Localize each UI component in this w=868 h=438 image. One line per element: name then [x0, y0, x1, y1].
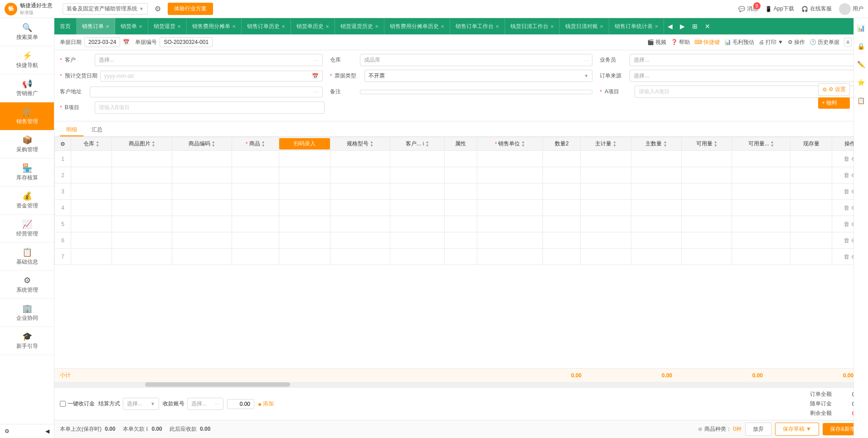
right-panel-chart-icon[interactable]: 📊 [855, 22, 868, 34]
row-customer-code[interactable] [390, 249, 445, 265]
tab-nav-close-all[interactable]: ✕ [701, 18, 714, 34]
tab-close-expense-history[interactable]: ✕ [441, 24, 444, 29]
tab-close-sales-invoice[interactable]: ✕ [139, 24, 142, 29]
row-code[interactable] [172, 183, 232, 200]
salesperson-input[interactable]: 选择... ··· [630, 54, 863, 66]
row-code[interactable] [172, 249, 232, 265]
row-main-qty[interactable] [631, 200, 681, 216]
tab-nav-next[interactable]: ▶ [676, 18, 689, 34]
row-delete-icon[interactable]: 🗑 [844, 204, 849, 211]
row-qty2[interactable] [543, 151, 581, 167]
tab-close-cash-workbench[interactable]: ✕ [550, 24, 554, 29]
tab-sales-invoice[interactable]: 销货单 ✕ [115, 18, 148, 34]
scroll-bar-area[interactable] [54, 382, 868, 387]
row-customer-code[interactable] [390, 232, 445, 249]
row-delete-icon[interactable]: 🗑 [844, 221, 849, 227]
sidebar-item-purchase[interactable]: 📦 采购管理 [0, 130, 54, 159]
tab-invoice-history[interactable]: 销货单历史 ✕ [291, 18, 335, 34]
user-menu[interactable]: 用户 [839, 3, 863, 15]
tab-sales-expense[interactable]: 销售费用分摊单 ✕ [187, 18, 242, 34]
discard-button[interactable]: 放弃 [745, 423, 771, 436]
row-delete-icon[interactable]: 🗑 [844, 188, 849, 195]
one-click-deposit-label[interactable]: 一键收订金 [60, 400, 95, 408]
row-warehouse[interactable] [71, 151, 112, 167]
sidebar-item-guide[interactable]: 🎓 新手引导 [0, 327, 54, 355]
settings-icon[interactable]: ⚙ [151, 3, 164, 15]
tab-detail[interactable]: 明细 [60, 124, 83, 136]
address-input[interactable]: ··· [90, 87, 323, 97]
row-qty2[interactable] [543, 200, 581, 216]
calendar-icon[interactable]: 📅 [123, 39, 130, 45]
tab-order-history[interactable]: 销售订单历史 ✕ [242, 18, 291, 34]
sidebar-item-inventory[interactable]: 🏪 库存核算 [0, 159, 54, 187]
row-spec[interactable] [330, 167, 390, 183]
delivery-input[interactable]: yyyy-mm-dd 📅 [100, 71, 323, 82]
tab-nav-more[interactable]: ⊞ [689, 18, 701, 34]
row-code[interactable] [172, 232, 232, 249]
row-qty2[interactable] [543, 249, 581, 265]
row-unit[interactable] [477, 216, 543, 232]
row-spec[interactable] [330, 200, 390, 216]
tab-close-sales-expense[interactable]: ✕ [232, 24, 236, 29]
row-unit[interactable] [477, 249, 543, 265]
tab-cash-workbench[interactable]: 钱货日清工作台 ✕ [505, 18, 560, 34]
tab-close-return-history[interactable]: ✕ [375, 24, 378, 29]
right-panel-clipboard-icon[interactable]: 📋 [855, 94, 868, 107]
row-warehouse[interactable] [71, 249, 112, 265]
info-icon[interactable]: ℹ [422, 141, 424, 147]
row-product[interactable] [232, 200, 279, 216]
row-customer-code[interactable] [390, 167, 445, 183]
row-main-qty[interactable] [631, 183, 681, 200]
sidebar-item-nav[interactable]: ⚡ 快捷导航 [0, 46, 54, 74]
tab-order-workbench[interactable]: 销售订单工作台 ✕ [450, 18, 505, 34]
row-product[interactable] [232, 232, 279, 249]
print-action[interactable]: 🖨 打印 ▼ [759, 39, 783, 46]
warehouse-input[interactable]: 成品库 ··· [360, 54, 593, 66]
row-customer-code[interactable] [390, 183, 445, 200]
row-customer-code[interactable] [390, 216, 445, 232]
tab-close-sales-order[interactable]: ✕ [106, 24, 109, 29]
right-panel-lock-icon[interactable]: 🔒 [855, 40, 868, 53]
row-spec[interactable] [330, 183, 390, 200]
add-item-button[interactable]: ● 添加 [258, 400, 274, 408]
tab-sales-order[interactable]: 销售订单 ✕ [77, 18, 115, 34]
row-unit[interactable] [477, 151, 543, 167]
right-panel-star-icon[interactable]: ⭐ [855, 76, 868, 89]
row-qty2[interactable] [543, 232, 581, 249]
tab-return-history[interactable]: 销货退货历史 ✕ [335, 18, 384, 34]
scroll-thumb[interactable] [145, 382, 290, 387]
row-delete-icon[interactable]: 🗑 [844, 172, 849, 178]
sidebar-item-system[interactable]: ⚙ 系统管理 [0, 271, 54, 299]
row-product[interactable] [232, 216, 279, 232]
row-main-qty[interactable] [631, 151, 681, 167]
list-view-btn[interactable]: ≡ [844, 38, 852, 47]
row-qty2[interactable] [543, 216, 581, 232]
sidebar-item-search[interactable]: 🔍 搜索菜单 [0, 18, 54, 46]
row-customer-code[interactable] [390, 151, 445, 167]
row-delete-icon[interactable]: 🗑 [844, 253, 849, 260]
row-code[interactable] [172, 151, 232, 167]
row-code[interactable] [172, 200, 232, 216]
remark-input[interactable] [360, 90, 593, 94]
system-name-selector[interactable]: 装备及固定资产辅助管理系统 ▼ [63, 3, 148, 14]
tab-close-order-workbench[interactable]: ✕ [495, 24, 499, 29]
row-qty2[interactable] [543, 183, 581, 200]
b-project-input[interactable]: 请输入B项目 [95, 101, 325, 114]
history-action[interactable]: 🕐 历史单据 [810, 39, 839, 46]
row-product[interactable] [232, 167, 279, 183]
online-support-button[interactable]: 🎧 在线客服 [801, 5, 832, 13]
row-spec[interactable] [330, 216, 390, 232]
row-warehouse[interactable] [71, 232, 112, 249]
invoice-select[interactable]: 不开票 ▼ [364, 70, 592, 82]
row-unit[interactable] [477, 232, 543, 249]
row-unit[interactable] [477, 183, 543, 200]
sidebar-item-operations[interactable]: 📈 经营管理 [0, 215, 54, 243]
tab-close-sales-stats[interactable]: ✕ [655, 24, 658, 29]
row-main-qty[interactable] [631, 232, 681, 249]
help-action[interactable]: ❓ 帮助 [671, 39, 690, 46]
row-main-qty[interactable] [631, 167, 681, 183]
tab-close-invoice-history[interactable]: ✕ [325, 24, 329, 29]
sidebar-item-enterprise[interactable]: 🏢 企业协同 [0, 299, 54, 327]
settings-bottom-icon[interactable]: ⚙ [5, 428, 10, 434]
row-warehouse[interactable] [71, 167, 112, 183]
